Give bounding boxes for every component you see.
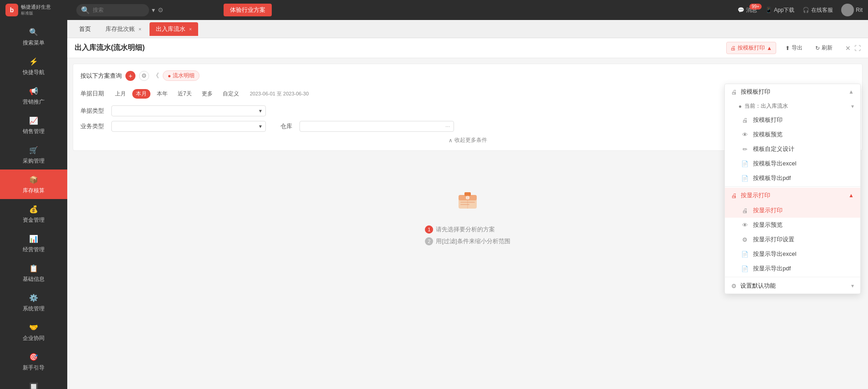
display-print-item-icon: 🖨 bbox=[741, 207, 748, 214]
filter-settings-btn[interactable]: ⚙ bbox=[139, 71, 149, 81]
display-section-chevron-up[interactable]: ▲ bbox=[848, 192, 854, 199]
business-type-label: 业务类型 bbox=[80, 122, 104, 130]
headset-icon: 🎧 bbox=[803, 7, 809, 13]
current-chevron-down[interactable]: ▾ bbox=[851, 103, 854, 110]
filter-add-btn[interactable]: + bbox=[125, 71, 135, 81]
warehouse-select[interactable]: ··· bbox=[299, 121, 454, 132]
template-print-item-icon: 🖨 bbox=[741, 116, 748, 124]
tab-home[interactable]: 首页 bbox=[73, 22, 97, 36]
logo-icon: b bbox=[5, 4, 18, 16]
date-btn-more[interactable]: 更多 bbox=[198, 89, 216, 99]
page-header: 出入库流水(流水明细) 🖨 按模板打印 ▲ ⬆ 导出 ↻ 刷新 ✕ ⛶ bbox=[67, 38, 868, 58]
business-type-select[interactable]: ▾ bbox=[111, 121, 266, 132]
display-export-excel-item[interactable]: 📄 按显示导出excel bbox=[725, 247, 860, 261]
purchase-icon: 🛒 bbox=[28, 145, 39, 155]
sidebar-item-guide[interactable]: 🎯 新手引导 bbox=[0, 347, 67, 376]
display-export-pdf-item[interactable]: 📄 按显示导出pdf bbox=[725, 261, 860, 276]
step2-num: 2 bbox=[425, 237, 433, 245]
empty-steps: 1 请先选择要分析的方案 2 用[过滤]条件来缩小分析范围 bbox=[425, 225, 510, 245]
online-service-btn[interactable]: 🎧 在线客服 bbox=[803, 6, 833, 14]
search-settings-icon[interactable]: ⚙ bbox=[158, 6, 164, 14]
sidebar-item-cooperation[interactable]: 🤝 企业协同 bbox=[0, 317, 67, 347]
template-preview-item[interactable]: 👁 按模板预览 bbox=[725, 127, 860, 142]
template-print-item[interactable]: 🖨 按模板打印 bbox=[725, 113, 860, 127]
date-btn-prev-month[interactable]: 上月 bbox=[111, 89, 130, 99]
display-print-section-header[interactable]: 🖨 按显示打印 ▲ bbox=[725, 188, 860, 203]
empty-illustration bbox=[449, 184, 486, 220]
date-btn-curr-month[interactable]: 本月 bbox=[132, 89, 150, 99]
search-dropdown-icon[interactable]: ▾ bbox=[152, 6, 155, 14]
tab-inventory-flow[interactable]: 出入库流水 × bbox=[150, 22, 198, 36]
date-btn-curr-year[interactable]: 本年 bbox=[153, 89, 171, 99]
refresh-btn[interactable]: ↻ 刷新 bbox=[812, 42, 836, 54]
template-export-excel-item[interactable]: 📄 按模板导出excel bbox=[725, 156, 860, 171]
print-icon: 🖨 bbox=[730, 45, 736, 51]
display-print-item[interactable]: 🖨 按显示打印 bbox=[725, 203, 860, 218]
filter-tag-icon: ● bbox=[168, 73, 171, 79]
chevron-down-doc-type: ▾ bbox=[259, 108, 262, 114]
sidebar-item-purchase[interactable]: 🛒 采购管理 bbox=[0, 140, 67, 170]
sidebar-item-app-center[interactable]: 🔲 应用中心 bbox=[0, 376, 67, 389]
sidebar-item-finance[interactable]: 💰 资金管理 bbox=[0, 199, 67, 229]
cooperation-icon: 🤝 bbox=[28, 322, 39, 333]
expand-window-btn[interactable]: ⛶ bbox=[854, 45, 861, 52]
template-section-chevron-up[interactable]: ▲ bbox=[848, 89, 854, 95]
avatar bbox=[841, 4, 854, 16]
export-btn[interactable]: ⬆ 导出 bbox=[782, 42, 806, 54]
tab-inventory-batch[interactable]: 库存批次账 × bbox=[99, 22, 148, 36]
default-function-header[interactable]: ⚙ 设置默认功能 ▾ bbox=[725, 278, 860, 294]
warehouse-label: 仓库 bbox=[280, 122, 292, 130]
content-area: 首页 库存批次账 × 出入库流水 × 出入库流水(流水明细) 🖨 按模板打印 ▲… bbox=[67, 20, 868, 389]
sidebar-item-sales[interactable]: 📈 销售管理 bbox=[0, 110, 67, 140]
sidebar-item-search[interactable]: 🔍 搜索菜单 bbox=[0, 22, 67, 51]
sidebar-item-inventory[interactable]: 📦 库存核算 bbox=[0, 170, 67, 199]
trial-button[interactable]: 体验行业方案 bbox=[224, 4, 272, 16]
sidebar-item-quick-nav[interactable]: ⚡ 快捷导航 bbox=[0, 51, 67, 81]
sidebar-item-basic-info[interactable]: 📋 基础信息 bbox=[0, 258, 67, 288]
template-export-pdf-item[interactable]: 📄 按模板导出pdf bbox=[725, 171, 860, 185]
tab-inventory-batch-close[interactable]: × bbox=[139, 26, 141, 32]
print-template-btn[interactable]: 🖨 按模板打印 ▲ bbox=[726, 42, 776, 54]
template-customize-item[interactable]: ✏ 模板自定义设计 bbox=[725, 142, 860, 156]
default-function-icon: ⚙ bbox=[731, 283, 737, 289]
display-section-icon: 🖨 bbox=[731, 192, 737, 199]
display-preview-item[interactable]: 👁 按显示预览 bbox=[725, 218, 860, 232]
sidebar-item-system[interactable]: ⚙️ 系统管理 bbox=[0, 288, 67, 317]
sidebar-item-label: 资金管理 bbox=[23, 216, 45, 224]
template-print-section-header[interactable]: 🖨 按模板打印 ▲ bbox=[725, 84, 860, 100]
tab-inventory-flow-close[interactable]: × bbox=[189, 26, 192, 32]
messages-btn[interactable]: 💬 消息 99+ bbox=[738, 6, 757, 14]
doc-type-select[interactable]: ▾ bbox=[111, 105, 266, 116]
search-input[interactable] bbox=[93, 7, 138, 13]
sidebar-item-operations[interactable]: 📊 经营管理 bbox=[0, 229, 67, 258]
print-section-icon: 🖨 bbox=[731, 89, 737, 95]
sidebar-item-label: 基础信息 bbox=[23, 275, 45, 283]
app-download-btn[interactable]: 📱 App下载 bbox=[765, 6, 794, 14]
sidebar-item-label: 销售管理 bbox=[23, 128, 45, 135]
doc-type-label: 单据类型 bbox=[80, 107, 104, 115]
app-center-icon: 🔲 bbox=[28, 381, 39, 389]
search-input-wrap[interactable]: 🔍 bbox=[76, 4, 149, 16]
user-avatar-area[interactable]: Rit bbox=[841, 4, 863, 16]
date-btn-custom[interactable]: 自定义 bbox=[219, 89, 243, 99]
filter-collapse-btn[interactable]: 《 bbox=[153, 72, 159, 80]
default-function-label: 设置默认功能 bbox=[740, 282, 776, 290]
guide-icon: 🎯 bbox=[28, 351, 39, 362]
close-window-btn[interactable]: ✕ bbox=[845, 45, 851, 52]
filter-tag[interactable]: ● 流水明细 bbox=[163, 70, 200, 81]
sidebar-item-marketing[interactable]: 📢 营销推广 bbox=[0, 81, 67, 110]
tab-bar: 首页 库存批次账 × 出入库流水 × bbox=[67, 20, 868, 38]
date-btn-last7[interactable]: 近7天 bbox=[174, 89, 195, 99]
main-layout: 🔍 搜索菜单 ⚡ 快捷导航 📢 营销推广 📈 销售管理 🛒 采购管理 📦 库存核… bbox=[0, 20, 868, 389]
chevron-up-icon: ▲ bbox=[767, 45, 772, 51]
search-icon: 🔍 bbox=[81, 6, 90, 15]
default-function-chevron[interactable]: ▾ bbox=[851, 283, 854, 289]
sidebar-item-label: 库存核算 bbox=[23, 187, 45, 194]
chevron-up-icon: ∧ bbox=[449, 137, 453, 144]
sidebar-item-label: 营销推广 bbox=[23, 98, 45, 106]
basic-info-icon: 📋 bbox=[28, 263, 39, 274]
collapse-more-btn[interactable]: ∧ 收起更多条件 bbox=[449, 136, 487, 144]
sidebar-item-label: 采购管理 bbox=[23, 157, 45, 165]
display-print-settings-item[interactable]: ⚙ 按显示打印设置 bbox=[725, 232, 860, 247]
dropdown-divider bbox=[725, 186, 860, 187]
